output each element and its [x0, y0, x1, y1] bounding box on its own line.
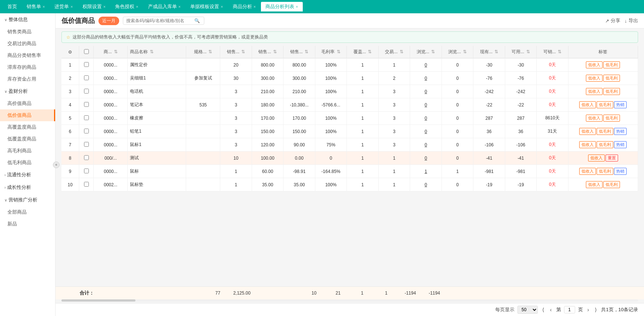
row-checkbox[interactable]: [84, 169, 89, 173]
sidebar-item-high-value[interactable]: 高价值商品: [0, 98, 55, 109]
th-current-stock[interactable]: 现有... ⇅: [473, 46, 505, 58]
pv-link[interactable]: 0: [425, 62, 427, 68]
th-available-stock[interactable]: 可用... ⇅: [505, 46, 537, 58]
nav-permissions[interactable]: 权限设置 ×: [78, 2, 110, 11]
close-icon[interactable]: ×: [221, 4, 223, 9]
close-icon[interactable]: ×: [103, 4, 105, 9]
sidebar-item-high-coverage[interactable]: 高覆盖度商品: [0, 121, 55, 133]
export-button[interactable]: ↓ 导出: [625, 17, 638, 24]
pv1[interactable]: 0: [410, 138, 442, 152]
nav-sales[interactable]: 销售单 ×: [22, 2, 49, 11]
sidebar-group-profit[interactable]: ∨ 盈财分析: [0, 85, 55, 98]
row-checkbox[interactable]: [84, 115, 89, 120]
sidebar-item-sales-products[interactable]: 销售类商品: [0, 26, 55, 38]
sidebar-item-slow-products[interactable]: 滞库存的商品: [0, 61, 55, 73]
row-checkbox-cell[interactable]: [79, 98, 93, 112]
row-checkbox[interactable]: [84, 102, 89, 107]
close-icon[interactable]: ×: [254, 4, 256, 9]
pv-link[interactable]: 1: [425, 169, 427, 174]
row-checkbox[interactable]: [84, 142, 89, 147]
nav-home[interactable]: 首页: [3, 2, 21, 11]
row-checkbox-cell[interactable]: [79, 58, 93, 72]
row-checkbox-cell[interactable]: [79, 178, 93, 191]
nav-product-analysis[interactable]: 商品分析 ×: [228, 2, 260, 11]
row-checkbox[interactable]: [84, 129, 89, 133]
sidebar-group-marketing[interactable]: ∨ 营销推广分析: [0, 194, 55, 206]
row-checkbox-cell[interactable]: [79, 85, 93, 98]
pv1[interactable]: 0: [410, 58, 442, 72]
pv1[interactable]: 0: [410, 152, 442, 165]
sidebar-item-new-products[interactable]: 新品: [0, 218, 55, 230]
nav-products[interactable]: 产成品入库单 ×: [144, 2, 185, 11]
th-sales-qty[interactable]: 销售... ⇅: [220, 46, 252, 58]
share-button[interactable]: ↗ 分享: [605, 17, 620, 24]
row-checkbox[interactable]: [84, 89, 89, 94]
th-pv1[interactable]: 浏览... ⇅: [410, 46, 442, 58]
pv-link[interactable]: 0: [425, 116, 427, 121]
sidebar-item-low-value[interactable]: 低价值商品: [0, 109, 55, 121]
filter-button[interactable]: 近一月: [98, 17, 119, 25]
close-icon[interactable]: ×: [43, 4, 45, 9]
select-all-checkbox[interactable]: [84, 49, 89, 54]
nav-product-analysis-list[interactable]: 商品分析列表 ×: [261, 2, 302, 11]
sidebar-item-all-products[interactable]: 全部商品: [0, 206, 55, 218]
th-sales-profit[interactable]: 销售... ⇅: [284, 46, 315, 58]
th-pv2[interactable]: 浏览... ⇅: [442, 46, 473, 58]
th-checkbox[interactable]: [79, 46, 93, 58]
sidebar-group-growth[interactable]: › 成长性分析: [0, 181, 55, 194]
pv-link[interactable]: 0: [425, 129, 427, 134]
sidebar-collapse-button[interactable]: «: [53, 162, 60, 168]
page-prev-button[interactable]: ‹: [549, 306, 553, 313]
sidebar-group-overall[interactable]: ∨ 整体信息: [0, 13, 55, 26]
pv1[interactable]: 0: [410, 98, 442, 112]
row-checkbox-cell[interactable]: [79, 165, 93, 178]
row-checkbox[interactable]: [84, 182, 89, 187]
row-checkbox[interactable]: [84, 75, 89, 80]
row-checkbox-cell[interactable]: [79, 138, 93, 152]
sidebar-item-low-margin[interactable]: 低毛利商品: [0, 157, 55, 169]
row-checkbox-cell[interactable]: [79, 72, 93, 85]
pv1[interactable]: 1: [410, 165, 442, 178]
pv1[interactable]: 0: [410, 85, 442, 98]
nav-purchase[interactable]: 进货单 ×: [50, 2, 77, 11]
th-trade-count[interactable]: 交易... ⇅: [378, 46, 410, 58]
page-next-button[interactable]: ›: [586, 306, 591, 313]
th-margin-rate[interactable]: 毛利率 ⇅: [315, 46, 347, 58]
pv1[interactable]: 0: [410, 112, 442, 125]
nav-templates[interactable]: 单据模板设置 ×: [186, 2, 227, 11]
th-code[interactable]: 商... ⇅: [94, 46, 128, 58]
close-icon[interactable]: ×: [70, 4, 73, 9]
sidebar-group-circulation[interactable]: › 流通性分析: [0, 169, 55, 181]
search-input[interactable]: [126, 18, 193, 23]
pv-link[interactable]: 0: [425, 102, 427, 108]
th-sales-amount[interactable]: 销售... ⇅: [252, 46, 284, 58]
row-checkbox-cell[interactable]: [79, 152, 93, 165]
page-size-select[interactable]: 50 100: [517, 306, 538, 314]
th-settings[interactable]: ⚙: [61, 46, 79, 58]
nav-roles[interactable]: 角色授权 ×: [111, 2, 142, 11]
row-checkbox-cell[interactable]: [79, 125, 93, 138]
close-icon[interactable]: ×: [296, 4, 298, 9]
pv-link[interactable]: 0: [425, 142, 427, 147]
page-first-button[interactable]: ⟨: [541, 306, 546, 313]
pv-link[interactable]: 0: [425, 89, 427, 94]
th-coverage[interactable]: 覆盖... ⇅: [347, 46, 379, 58]
sidebar-item-inventory-capital[interactable]: 库存资金占用: [0, 73, 55, 85]
sidebar-item-low-coverage[interactable]: 低覆盖度商品: [0, 133, 55, 145]
th-spec[interactable]: 规格... ⇅: [186, 46, 220, 58]
row-checkbox[interactable]: [84, 155, 89, 160]
scroll-thumb[interactable]: [61, 299, 135, 302]
pv-link[interactable]: 0: [425, 76, 427, 81]
pv1[interactable]: 0: [410, 72, 442, 85]
page-input[interactable]: [564, 306, 575, 313]
pv1[interactable]: 0: [410, 178, 442, 191]
th-sellable-stock[interactable]: 可销... ⇅: [537, 46, 568, 58]
row-checkbox[interactable]: [84, 62, 89, 67]
pv-link[interactable]: 0: [425, 156, 427, 161]
sidebar-item-traded-products[interactable]: 交易过的商品: [0, 38, 55, 50]
pv1[interactable]: 0: [410, 125, 442, 138]
sidebar-item-high-margin[interactable]: 高毛利商品: [0, 145, 55, 157]
horizontal-scrollbar[interactable]: [61, 299, 638, 302]
th-name[interactable]: 商品名称 ⇅: [128, 46, 186, 58]
close-icon[interactable]: ×: [178, 4, 181, 9]
